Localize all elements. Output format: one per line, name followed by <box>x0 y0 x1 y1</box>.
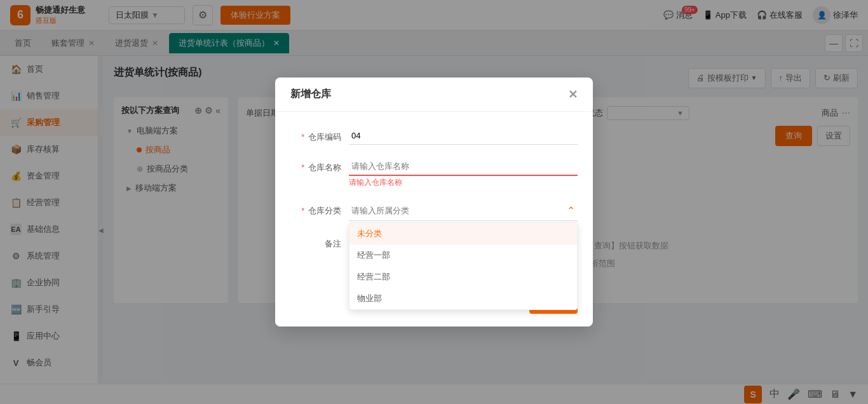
dropdown-option-dept1[interactable]: 经营一部 <box>349 245 577 266</box>
code-label: * 仓库编码 <box>290 127 341 143</box>
category-dropdown[interactable]: ⌃ <box>349 201 578 221</box>
dropdown-option-property[interactable]: 物业部 <box>349 288 577 309</box>
category-input[interactable] <box>351 206 567 215</box>
name-control: 请输入仓库名称 <box>349 158 578 188</box>
category-control: ⌃ 未分类 经营一部 经营二部 物业部 <box>349 201 578 221</box>
category-dropdown-menu: 未分类 经营一部 经营二部 物业部 <box>349 222 578 310</box>
dropdown-option-dept2[interactable]: 经营二部 <box>349 266 577 288</box>
notes-label: 备注 <box>290 234 341 250</box>
code-input[interactable] <box>349 127 578 145</box>
modal-header: 新增仓库 ✕ <box>275 77 593 112</box>
modal-overlay: 新增仓库 ✕ * 仓库编码 * 仓库名称 <box>0 0 868 404</box>
name-label: * 仓库名称 <box>290 158 341 173</box>
code-control <box>349 127 578 145</box>
modal-title: 新增仓库 <box>290 88 331 101</box>
name-input[interactable] <box>349 158 578 176</box>
form-row-name: * 仓库名称 请输入仓库名称 <box>290 158 578 188</box>
required-star2: * <box>301 163 304 172</box>
required-star: * <box>301 132 304 142</box>
form-row-code: * 仓库编码 <box>290 127 578 145</box>
form-row-category: * 仓库分类 ⌃ 未分类 经营一部 经营二部 物业部 <box>290 201 578 221</box>
required-star3: * <box>301 206 304 215</box>
add-warehouse-modal: 新增仓库 ✕ * 仓库编码 * 仓库名称 <box>275 77 593 327</box>
dropdown-option-uncategorized[interactable]: 未分类 <box>349 223 577 245</box>
name-error-msg: 请输入仓库名称 <box>349 177 578 188</box>
category-label: * 仓库分类 <box>290 201 341 217</box>
modal-body: * 仓库编码 * 仓库名称 请输入仓库名称 <box>275 112 593 285</box>
dropdown-arrow-icon: ⌃ <box>567 205 575 217</box>
modal-close-btn[interactable]: ✕ <box>568 89 578 100</box>
